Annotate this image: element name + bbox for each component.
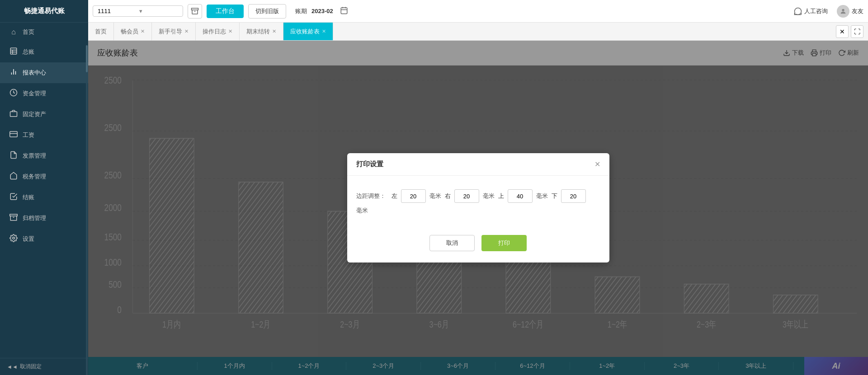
calendar-icon[interactable] <box>340 6 348 16</box>
margin-row: 边距调整： 左 毫米 右 毫米 上 毫米 下 毫米 <box>356 189 600 215</box>
period-label: 账期 <box>295 7 307 15</box>
bottom-margin-input[interactable] <box>561 189 586 203</box>
sidebar-label-ledger: 总账 <box>23 48 34 56</box>
period-value: 2023-02 <box>311 8 333 14</box>
top-unit: 毫米 <box>536 192 548 200</box>
sidebar-item-tax[interactable]: 税务管理 <box>0 166 88 187</box>
user-button[interactable]: 友友 <box>837 5 863 18</box>
tab-home-label: 首页 <box>95 28 107 36</box>
archive-sidebar-icon <box>9 213 18 223</box>
sidebar-item-archive[interactable]: 归档管理 <box>0 208 88 229</box>
margin-adjust-label: 边距调整： <box>356 192 386 200</box>
workbench-button[interactable]: 工作台 <box>207 5 244 18</box>
sidebar-label-invoice: 发票管理 <box>23 152 46 160</box>
archive-button[interactable] <box>188 4 202 19</box>
company-selector[interactable]: 1111 ▾ <box>93 5 183 17</box>
tab-aging-close[interactable]: ✕ <box>322 28 326 34</box>
switch-version-button[interactable]: 切到旧版 <box>248 4 286 19</box>
tab-closing-label: 期末结转 <box>246 28 270 36</box>
svg-point-6 <box>842 9 844 11</box>
svg-rect-7 <box>10 48 17 54</box>
header-right: 人工咨询 友友 <box>794 5 863 18</box>
sidebar-item-invoice[interactable]: 发票管理 <box>0 145 88 166</box>
print-settings-modal: 打印设置 ✕ 边距调整： 左 毫米 右 毫米 上 <box>347 153 609 262</box>
dropdown-arrow-icon: ▾ <box>139 8 179 14</box>
bottom-unit: 毫米 <box>356 206 368 215</box>
tab-maximize-button[interactable]: ⛶ <box>851 25 863 38</box>
content-area: 首页 畅会员 ✕ 新手引导 ✕ 操作日志 ✕ 期末结转 ✕ 应收账龄表 ✕ <box>88 23 868 375</box>
right-label: 右 <box>445 192 451 200</box>
tax-icon <box>9 172 18 182</box>
sidebar-item-funds[interactable]: 资金管理 <box>0 83 88 104</box>
consult-label: 人工咨询 <box>804 7 828 15</box>
sidebar-item-settings[interactable]: 设置 <box>0 229 88 249</box>
left-margin-input[interactable] <box>401 189 426 203</box>
sidebar-item-assets[interactable]: 固定资产 <box>0 104 88 125</box>
right-margin-input[interactable] <box>454 189 479 203</box>
svg-rect-18 <box>10 214 18 216</box>
sidebar-label-closing: 结账 <box>23 193 34 202</box>
right-unit: 毫米 <box>483 192 495 200</box>
modal-body: 边距调整： 左 毫米 右 毫米 上 毫米 下 毫米 <box>347 176 609 228</box>
consult-button[interactable]: 人工咨询 <box>794 7 828 15</box>
sidebar-item-salary[interactable]: 工资 <box>0 125 88 145</box>
modal-footer: 取消 打印 <box>347 228 609 262</box>
top-label: 上 <box>498 192 504 200</box>
top-margin-input[interactable] <box>508 189 533 203</box>
tab-closing[interactable]: 期末结转 ✕ <box>240 23 283 40</box>
modal-header: 打印设置 ✕ <box>347 153 609 176</box>
assets-icon <box>9 109 18 119</box>
tab-closing-close[interactable]: ✕ <box>272 28 276 34</box>
modal-close-button[interactable]: ✕ <box>594 160 600 169</box>
funds-icon <box>9 89 18 98</box>
tab-home[interactable]: 首页 <box>88 23 114 40</box>
confirm-print-button[interactable]: 打印 <box>481 235 527 251</box>
sidebar-label-archive: 归档管理 <box>23 214 46 222</box>
closing-icon <box>9 192 18 202</box>
tab-member-close[interactable]: ✕ <box>141 28 145 34</box>
salary-icon <box>9 130 18 140</box>
pin-label: 取消固定 <box>20 363 42 370</box>
modal-overlay: 打印设置 ✕ 边距调整： 左 毫米 右 毫米 上 <box>88 41 868 375</box>
svg-rect-0 <box>192 8 198 10</box>
cancel-button[interactable]: 取消 <box>429 235 475 251</box>
top-header: 畅捷通易代账 1111 ▾ 工作台 切到旧版 账期 2023-02 人工咨询 友… <box>0 0 868 23</box>
tab-member[interactable]: 畅会员 ✕ <box>114 23 152 40</box>
tab-guide-close[interactable]: ✕ <box>184 28 189 34</box>
sidebar-item-closing[interactable]: 结账 <box>0 187 88 208</box>
ledger-icon <box>9 47 18 57</box>
svg-rect-2 <box>341 8 347 14</box>
app-logo: 畅捷通易代账 <box>24 7 65 15</box>
left-label: 左 <box>392 192 397 200</box>
tab-oplog-close[interactable]: ✕ <box>228 28 232 34</box>
home-icon: ⌂ <box>9 28 18 36</box>
modal-title: 打印设置 <box>356 160 383 169</box>
sidebar-item-reports[interactable]: 报表中心 <box>0 62 88 83</box>
bottom-label: 下 <box>552 192 557 200</box>
tab-oplog[interactable]: 操作日志 ✕ <box>196 23 240 40</box>
main-layout: ⌂ 首页 总账 报表中心 资金管理 <box>0 23 868 375</box>
sidebar-label-funds: 资金管理 <box>23 89 46 98</box>
pin-icon: ◄◄ <box>7 364 18 370</box>
tab-member-label: 畅会员 <box>121 28 138 36</box>
tab-guide[interactable]: 新手引导 ✕ <box>152 23 196 40</box>
sidebar-label-assets: 固定资产 <box>23 110 46 118</box>
avatar <box>837 5 849 18</box>
svg-point-20 <box>13 237 15 239</box>
invoice-icon <box>9 151 18 161</box>
tab-aging[interactable]: 应收账龄表 ✕ <box>283 23 333 40</box>
sidebar-scroll: ⌂ 首页 总账 报表中心 资金管理 <box>0 23 88 358</box>
sidebar-label-salary: 工资 <box>23 131 34 139</box>
pin-toggle-button[interactable]: ◄◄ 取消固定 <box>0 358 88 375</box>
page-content: 应收账龄表 下载 打印 刷新 <box>88 41 868 375</box>
sidebar-item-ledger[interactable]: 总账 <box>0 42 88 62</box>
sidebar-item-home[interactable]: ⌂ 首页 <box>0 23 88 42</box>
tab-oplog-label: 操作日志 <box>203 28 226 36</box>
user-label: 友友 <box>852 7 863 15</box>
company-name: 1111 <box>98 8 137 14</box>
tabs-bar: 首页 畅会员 ✕ 新手引导 ✕ 操作日志 ✕ 期末结转 ✕ 应收账龄表 ✕ <box>88 23 868 41</box>
tab-close-button[interactable]: ✕ <box>836 25 849 38</box>
sidebar-label-settings: 设置 <box>23 235 34 243</box>
svg-rect-15 <box>10 112 17 117</box>
tabs-actions: ✕ ⛶ <box>831 25 868 38</box>
